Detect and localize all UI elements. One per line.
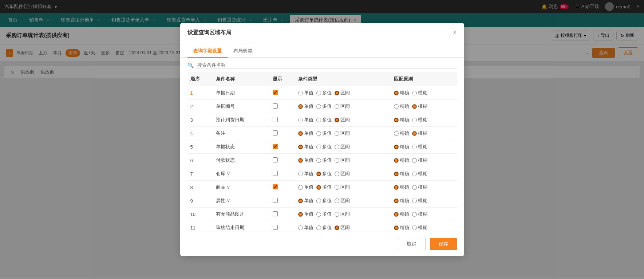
- match-radio-item[interactable]: 精确: [394, 224, 409, 231]
- match-radio-item[interactable]: 精确: [394, 170, 409, 177]
- type-radio-item[interactable]: 区间: [335, 117, 350, 123]
- type-radio-item[interactable]: 区间: [335, 130, 350, 137]
- type-radio-item[interactable]: 单值: [298, 211, 313, 217]
- type-radio-item[interactable]: 多值: [316, 184, 332, 190]
- type-radio-item[interactable]: 多值: [316, 224, 332, 231]
- row-match: 精确模糊: [391, 208, 457, 221]
- type-radio-item[interactable]: 多值: [316, 117, 332, 123]
- type-radio-item[interactable]: 多值: [316, 144, 332, 150]
- match-radio-item[interactable]: 精确: [394, 211, 409, 217]
- display-checkbox[interactable]: [273, 130, 278, 135]
- row-display[interactable]: [270, 127, 295, 140]
- match-radio-item[interactable]: 精确: [394, 117, 409, 123]
- modal-tab-query-fields-label: 查询字段设置: [193, 48, 222, 54]
- row-display[interactable]: [270, 140, 295, 154]
- match-radio-item[interactable]: 模糊: [412, 90, 427, 96]
- row-name: 审核结束日期: [213, 221, 270, 232]
- row-display[interactable]: [270, 221, 295, 232]
- match-radio-item[interactable]: 模糊: [412, 103, 427, 110]
- row-match: 精确模糊: [391, 86, 457, 100]
- row-match: 精确模糊: [391, 127, 457, 140]
- type-radio-item[interactable]: 区间: [335, 144, 350, 150]
- type-radio-item[interactable]: 区间: [335, 103, 350, 110]
- modal-close-button[interactable]: ×: [453, 29, 457, 36]
- row-display[interactable]: [270, 208, 295, 221]
- match-radio-item[interactable]: 精确: [394, 130, 409, 137]
- type-radio-item[interactable]: 单值: [298, 197, 313, 204]
- display-checkbox[interactable]: [273, 90, 278, 95]
- display-checkbox[interactable]: [273, 184, 278, 189]
- type-radio-item[interactable]: 区间: [335, 90, 350, 96]
- type-radio-item[interactable]: 多值: [316, 170, 332, 177]
- match-radio-item[interactable]: 模糊: [412, 170, 427, 177]
- match-radio-item[interactable]: 精确: [394, 184, 409, 190]
- match-radio-item[interactable]: 模糊: [412, 130, 427, 137]
- modal-tab-query-fields[interactable]: 查询字段设置: [187, 45, 228, 58]
- row-display[interactable]: [270, 113, 295, 127]
- type-radio-item[interactable]: 区间: [335, 170, 350, 177]
- row-name: 仓库 ∨: [213, 167, 270, 181]
- type-radio-item[interactable]: 多值: [316, 211, 332, 217]
- row-order: 2: [187, 100, 213, 113]
- type-radio-item[interactable]: 单值: [298, 224, 313, 231]
- match-radio-item[interactable]: 精确: [394, 144, 409, 150]
- table-row: 11审核结束日期单值多值区间精确模糊: [187, 221, 457, 232]
- modal-title: 设置查询区域布局: [187, 29, 231, 36]
- match-radio-item[interactable]: 模糊: [412, 224, 427, 231]
- type-radio-item[interactable]: 单值: [298, 117, 313, 123]
- col-header-name: 条件名称: [213, 72, 270, 86]
- col-header-order: 顺序: [187, 72, 213, 86]
- type-radio-item[interactable]: 单值: [298, 144, 313, 150]
- row-display[interactable]: [270, 194, 295, 208]
- match-radio-item[interactable]: 精确: [394, 157, 409, 164]
- modal-tab-layout[interactable]: 布局调整: [228, 45, 258, 58]
- cancel-button[interactable]: 取消: [398, 238, 426, 250]
- col-header-display: 显示: [270, 72, 295, 86]
- type-radio-item[interactable]: 单值: [298, 170, 313, 177]
- match-radio-item[interactable]: 精确: [394, 103, 409, 110]
- row-display[interactable]: [270, 167, 295, 181]
- match-radio-item[interactable]: 精确: [394, 90, 409, 96]
- type-radio-item[interactable]: 多值: [316, 157, 332, 164]
- type-radio-item[interactable]: 多值: [316, 90, 332, 96]
- type-radio-item[interactable]: 单值: [298, 130, 313, 137]
- modal-tab-layout-label: 布局调整: [233, 48, 252, 54]
- match-radio-item[interactable]: 精确: [394, 197, 409, 204]
- row-display[interactable]: [270, 181, 295, 194]
- display-checkbox[interactable]: [273, 171, 278, 176]
- match-radio-item[interactable]: 模糊: [412, 211, 427, 217]
- save-button[interactable]: 保存: [430, 238, 457, 250]
- type-radio-item[interactable]: 区间: [335, 197, 350, 204]
- type-radio-item[interactable]: 多值: [316, 103, 332, 110]
- display-checkbox[interactable]: [273, 103, 278, 109]
- row-name: 单据状态: [213, 140, 270, 154]
- display-checkbox[interactable]: [273, 225, 278, 230]
- match-radio-item[interactable]: 模糊: [412, 184, 427, 190]
- type-radio-item[interactable]: 单值: [298, 157, 313, 164]
- row-display[interactable]: [270, 100, 295, 113]
- match-radio-item[interactable]: 模糊: [412, 157, 427, 164]
- type-radio-item[interactable]: 单值: [298, 103, 313, 110]
- type-radio-item[interactable]: 单值: [298, 184, 313, 190]
- display-checkbox[interactable]: [273, 198, 278, 203]
- type-radio-item[interactable]: 单值: [298, 90, 313, 96]
- modal-table: 顺序 条件名称 显示 条件类型 匹配原则: [180, 72, 464, 232]
- modal-search-input[interactable]: [196, 62, 457, 69]
- match-radio-item[interactable]: 模糊: [412, 197, 427, 204]
- type-radio-item[interactable]: 多值: [316, 197, 332, 204]
- type-radio-item[interactable]: 多值: [316, 130, 332, 137]
- modal-search-icon: 🔍: [187, 62, 194, 68]
- display-checkbox[interactable]: [273, 117, 278, 122]
- row-display[interactable]: [270, 154, 295, 167]
- match-radio-item[interactable]: 模糊: [412, 117, 427, 123]
- display-checkbox[interactable]: [273, 211, 278, 216]
- type-radio-item[interactable]: 区间: [335, 157, 350, 164]
- display-checkbox[interactable]: [273, 157, 278, 162]
- type-radio-item[interactable]: 区间: [335, 184, 350, 190]
- modal-search-area: 🔍: [180, 58, 464, 72]
- type-radio-item[interactable]: 区间: [335, 224, 350, 231]
- type-radio-item[interactable]: 区间: [335, 211, 350, 217]
- row-display[interactable]: [270, 86, 295, 100]
- display-checkbox[interactable]: [273, 144, 278, 149]
- match-radio-item[interactable]: 模糊: [412, 144, 427, 150]
